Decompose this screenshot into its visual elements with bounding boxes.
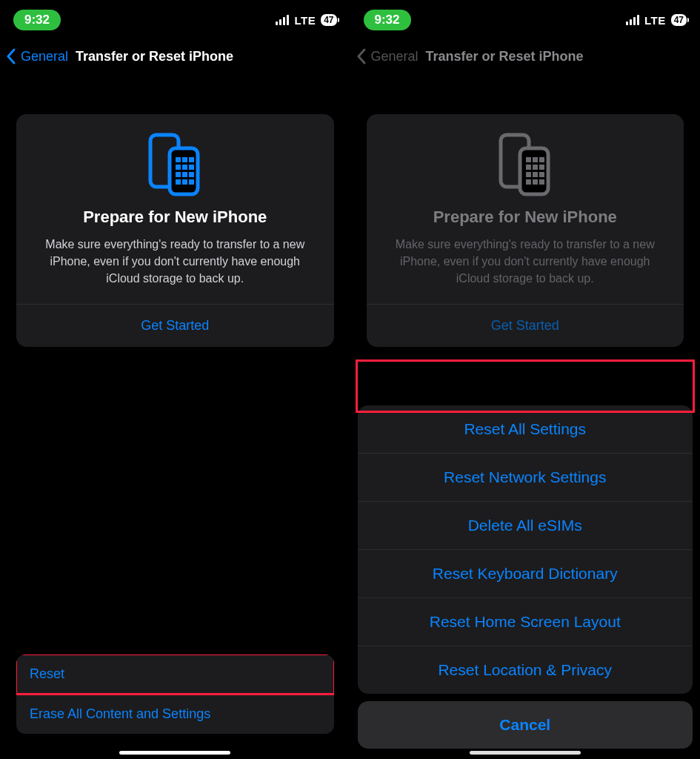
card-title: Prepare for New iPhone	[30, 208, 321, 227]
card-description: Make sure everything's ready to transfer…	[30, 236, 321, 288]
bottom-options-list: Reset Erase All Content and Settings	[16, 654, 334, 734]
screen-right: 9:32 LTE 47 General Transfer or Reset iP…	[350, 0, 701, 759]
card-title: Prepare for New iPhone	[380, 208, 671, 227]
screen-left: 9:32 LTE 47 General Transfer or Reset iP…	[0, 0, 350, 759]
nav-back-label[interactable]: General	[21, 49, 68, 64]
status-right: LTE 47	[276, 14, 336, 27]
svg-rect-1	[170, 148, 198, 194]
back-chevron-icon[interactable]	[4, 46, 18, 67]
sheet-reset-location-privacy[interactable]: Reset Location & Privacy	[358, 646, 693, 694]
card-description: Make sure everything's ready to transfer…	[380, 236, 671, 288]
svg-rect-18	[539, 157, 544, 162]
sheet-options-group: Reset All Settings Reset Network Setting…	[358, 405, 693, 694]
home-indicator[interactable]	[119, 751, 230, 755]
reset-row[interactable]: Reset	[16, 654, 334, 694]
get-started-button: Get Started	[380, 305, 671, 347]
status-bar: 9:32 LTE 47	[0, 0, 350, 40]
transfer-phones-icon	[380, 130, 671, 197]
svg-rect-25	[526, 179, 531, 185]
nav-title: Transfer or Reset iPhone	[76, 49, 233, 64]
battery-icon: 47	[671, 14, 687, 26]
svg-rect-22	[526, 172, 531, 177]
network-label: LTE	[644, 14, 666, 27]
svg-rect-26	[533, 179, 538, 185]
svg-rect-17	[533, 157, 538, 162]
status-time-pill: 9:32	[364, 10, 411, 30]
svg-rect-20	[533, 165, 538, 170]
reset-action-sheet: Reset All Settings Reset Network Setting…	[358, 405, 693, 749]
svg-rect-2	[176, 157, 181, 162]
svg-rect-23	[533, 172, 538, 177]
svg-rect-12	[182, 179, 187, 185]
sheet-reset-keyboard-dictionary[interactable]: Reset Keyboard Dictionary	[358, 549, 693, 597]
svg-rect-9	[182, 172, 187, 177]
nav-title: Transfer or Reset iPhone	[426, 49, 584, 64]
svg-rect-11	[176, 179, 181, 185]
transfer-phones-icon	[30, 130, 321, 197]
svg-rect-4	[189, 157, 194, 162]
svg-rect-27	[539, 179, 544, 185]
get-started-button[interactable]: Get Started	[30, 305, 321, 347]
svg-rect-5	[176, 165, 181, 170]
signal-icon	[276, 15, 289, 25]
prepare-card-dimmed: Prepare for New iPhone Make sure everyth…	[367, 114, 684, 347]
sheet-reset-network-settings[interactable]: Reset Network Settings	[358, 453, 693, 501]
svg-rect-7	[189, 165, 194, 170]
svg-rect-21	[539, 165, 544, 170]
status-time-pill: 9:32	[13, 10, 61, 30]
prepare-card: Prepare for New iPhone Make sure everyth…	[16, 114, 334, 347]
svg-rect-8	[176, 172, 181, 177]
back-chevron-icon	[355, 46, 368, 67]
svg-rect-3	[182, 157, 187, 162]
sheet-reset-home-screen-layout[interactable]: Reset Home Screen Layout	[358, 597, 693, 646]
svg-rect-10	[189, 172, 194, 177]
network-label: LTE	[294, 14, 316, 27]
signal-icon	[626, 15, 639, 25]
status-right: LTE 47	[626, 14, 687, 27]
status-bar: 9:32 LTE 47	[350, 0, 701, 40]
nav-bar-dimmed: General Transfer or Reset iPhone	[350, 40, 701, 73]
dual-screenshot-container: 9:32 LTE 47 General Transfer or Reset iP…	[0, 0, 700, 759]
nav-bar: General Transfer or Reset iPhone	[0, 40, 350, 73]
erase-all-row[interactable]: Erase All Content and Settings	[16, 694, 334, 734]
sheet-reset-all-settings[interactable]: Reset All Settings	[358, 405, 693, 453]
svg-rect-19	[526, 165, 531, 170]
battery-icon: 47	[321, 14, 336, 26]
svg-rect-15	[520, 148, 548, 194]
svg-rect-6	[182, 165, 187, 170]
svg-rect-16	[526, 157, 531, 162]
nav-back-label: General	[371, 49, 419, 64]
sheet-delete-all-esims[interactable]: Delete All eSIMs	[358, 501, 693, 549]
sheet-cancel-button[interactable]: Cancel	[358, 701, 693, 749]
svg-rect-24	[539, 172, 544, 177]
svg-rect-13	[189, 179, 194, 185]
home-indicator[interactable]	[470, 751, 581, 755]
